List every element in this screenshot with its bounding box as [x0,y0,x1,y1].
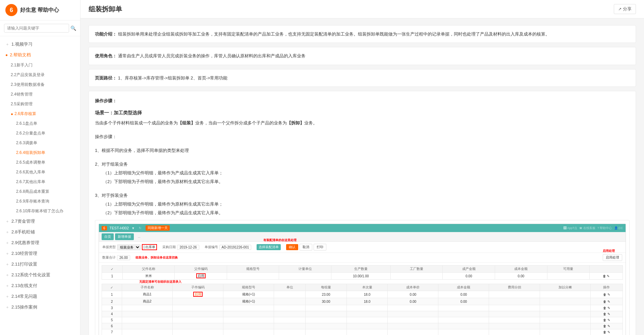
step1: 1、根据不同的业务，选择不同单据的类型来处理 [95,146,630,155]
minus-icon: ● [5,53,8,57]
intro-block: 功能介绍： 组装拆卸单用来处理企业组装或拆卸等加工业务，支持有固定装配清单的产品… [89,25,636,43]
enable-btn[interactable]: 启用处理 [603,254,622,261]
scene1-title: 场景一：加工类型选择 [95,108,630,117]
sidebar-item-docs-213[interactable]: ＋ 2.13在线支付 [0,280,80,291]
sidebar-item-docs-28[interactable]: ＋ 2.8手机旺铺 [0,227,80,237]
scene1-ops: 操作步骤： [95,132,630,141]
sidebar-item-docs-26[interactable]: ● 2.6库存核算 [0,109,80,119]
sidebar-item-docs-262[interactable]: 2.6.2分量盘点单 [0,128,80,138]
step3-2: （2）下部明细为子件明细，最终作为产成品生成其它入库单。 [103,209,630,217]
page-title: 组装拆卸单 [89,5,122,14]
refresh-icon: ↻ [139,226,142,230]
sidebar-item-docs-24[interactable]: 2.4销售管理 [0,90,80,99]
table-row: 1 商品1 启用 规格(+1) 23.00 18.0 0.00 0.00 [102,291,623,298]
sidebar-item-docs-210[interactable]: ＋ 2.10经营管理 [0,248,80,259]
step2-2: （2）下部明细为子件明细，最终作为原材料生成其它出库单。 [103,177,630,186]
search-box[interactable]: 🔍 [0,20,80,36]
sidebar-item-docs-267[interactable]: 2.6.7其他出库单 [0,177,80,187]
date-field: 采购日期 2019-12-26 [162,245,199,250]
fake-screenshot: 6 TEST-H002 ▼ ↻ 同期新增一天 🅰 AppT点 ☎ 在线客服 ? … [99,224,626,335]
quantity-row: 数量合计 26.00 [102,255,130,260]
form-header: 单据类型 组装业务 拆卸业务 | 出库单 采购日期 2019-12-26 [99,242,626,253]
confirm-btn[interactable]: 确认 [286,244,298,250]
sidebar-item-docs-2610[interactable]: 2.6.10库存账本错了怎么办 [0,206,80,216]
sidebar-item-docs-29[interactable]: ＋ 2.9优惠券管理 [0,237,80,248]
plus-icon-215: ＋ [5,304,9,310]
plus-icon-214: ＋ [5,294,9,299]
new-order-btn[interactable]: 同期新增一天 [146,225,170,231]
path-text: 1、库存核算->库存管理->组装拆卸单 2、首页->常用功能 [118,75,228,80]
sidebar-item-docs-215[interactable]: ＋ 2.15操作案例 [0,302,80,313]
table-row: 2 商品2 规格(+1) 30.00 18.0 0.00 0.00 [102,298,623,305]
step2-1: （1）上部明细为父件明细，最终作为产成品生成其它入库单； [103,169,630,177]
sidebar-item-docs-214[interactable]: ＋ 2.14常见问题 [0,291,80,302]
plus-icon-211: ＋ [5,262,9,267]
sidebar-item-docs-25[interactable]: 2.5采购管理 [0,99,80,109]
share-button[interactable]: ↗ 分享 [614,4,636,14]
top-table-area: ✓ 父件名称 父件编码 规格型号 计量单位 生产数量 工厂数量 成产金额 成本金… [99,263,626,281]
table-row: 1 米米 启用 10.00/1.00 0.00 0.00 [102,273,623,280]
role-block: 使用角色： 通常由生产人员或库管人员完成折装业务的操作，库管人员确认原材料的出库… [89,47,636,65]
date-value[interactable]: 2019-12-26 [177,245,199,250]
parent-table: ✓ 父件名称 父件编码 规格型号 计量单位 生产数量 工厂数量 成产金额 成本金… [102,265,623,280]
user-icon: 👤 CC [614,226,623,230]
app-logo-small: 6 [102,226,107,230]
cancel-btn[interactable]: 取消 [300,244,312,250]
print-btn[interactable]: 打印 [314,244,326,250]
sidebar-item-docs-212[interactable]: ＋ 2.12系统个性化设置 [0,270,80,280]
tab-new-order[interactable]: 新增单据 [115,233,134,240]
appstore-icon: 🅰 AppT点 [564,226,578,230]
sidebar-item-docs-261[interactable]: 2.6.1盘点单 [0,119,80,128]
path-block: 页面路径： 1、库存核算->库存管理->组装拆卸单 2、首页->常用功能 [89,69,636,87]
intro-text: 组装拆卸单用来处理企业组装或拆卸等加工业务，支持有固定装配清单的产品加工业务，也… [118,32,550,37]
annotation-enable: 启用处理 [603,249,615,253]
sidebar-item-docs-211[interactable]: ＋ 2.11打印设置 [0,259,80,270]
sidebar-item-docs-264[interactable]: 2.6.4组装拆卸单 [0,148,80,158]
scene1-desc: 当由多个子件材料组装成一个成品的业务为【组装】业务，当由一个父件拆分成多个子产品… [95,119,630,127]
order-type-select[interactable]: 组装业务 拆卸业务 [117,244,141,250]
plus-icon-29: ＋ [5,240,9,246]
screenshot-container: 6 TEST-H002 ▼ ↻ 同期新增一天 🅰 AppT点 ☎ 在线客服 ? … [95,220,630,335]
sidebar-item-docs-22[interactable]: 2.2产品安装及登录 [0,70,80,80]
sub-header: 数量合计 26.00 组装业务、拆卸业务在这里切换 启用处理 启用处理 [99,253,626,263]
action-btns: 确认 取消 打印 [286,244,326,250]
plus-icon-213: ＋ [5,283,9,289]
search-button[interactable]: 🔍 [70,25,76,31]
quantity-val: 26.00 [117,255,130,260]
plus-icon: ＋ [5,42,9,47]
nav-tree: ＋ 1.视频学习 ● 2.帮助文档 2.1新手入门 2.2产品安装及登录 2.3… [0,36,80,335]
sidebar-item-docs-268[interactable]: 2.6.8商品成本重算 [0,187,80,197]
tab-my[interactable]: 自贡 [102,233,114,240]
ops-label: 操作步骤： [95,97,630,105]
dropdown-arrow: ▼ [131,226,135,230]
annotation-bom: 有装配清单的在这里处理 [263,238,297,242]
bottom-table-area: 无固定清单可在组织在这里录入 ✓ 子件名称 子件编码 规格型号 单位 每组量 [99,281,626,335]
app-title: 好生意 帮助中心 [20,7,59,14]
top-bar: 组装拆卸单 ↗ 分享 [80,0,644,18]
sidebar-item-docs-266[interactable]: 2.6.6其他入库单 [0,167,80,177]
plus-icon-212: ＋ [5,272,9,278]
sidebar-item-docs-263[interactable]: 2.6.3调拨单 [0,138,80,148]
order-type-field: 单据类型 组装业务 拆卸业务 | 出库单 [102,244,157,250]
search-input[interactable] [4,24,69,33]
sidebar-item-docs-27[interactable]: ＋ 2.7资金管理 [0,216,80,227]
share-icon: ↗ [618,7,622,11]
sidebar: 6 好生意 帮助中心 🔍 ＋ 1.视频学习 ● 2.帮助文档 2.1新手入门 2… [0,0,80,335]
sidebar-item-docs-269[interactable]: 2.6.9库存账本查询 [0,197,80,206]
table-row: 4🗑 ✎ [102,311,623,317]
sidebar-item-docs[interactable]: ● 2.帮助文档 [0,50,80,60]
step3-1: （1）上部明细为父件明细，最终作为原材料生成其它出库单； [103,200,630,209]
sidebar-item-docs-265[interactable]: 2.6.5成本调整单 [0,158,80,167]
sidebar-item-docs-23[interactable]: 2.3使用前数据准备 [0,80,80,90]
type-switch-area: 组装业务、拆卸业务在这里切换 [136,256,178,260]
logo-icon: 6 [5,4,17,16]
app-sub-toolbar: 自贡 新增单据 ... [99,232,626,242]
plus-icon-27: ＋ [5,219,9,224]
sidebar-item-video[interactable]: ＋ 1.视频学习 [0,39,80,50]
sidebar-item-docs-21[interactable]: 2.1新手入门 [0,60,80,70]
annotation-freeform: 无固定清单可在组织在这里录入 [139,280,181,284]
intro-label: 功能介绍： [95,32,117,37]
child-table: ✓ 子件名称 子件编码 规格型号 单位 每组量 本次量 成本单价 成本金额 [102,284,623,335]
bom-select-btn[interactable]: 选择装配清单 [257,244,281,250]
order-num-value[interactable]: AD-20191226-001 [219,245,252,250]
